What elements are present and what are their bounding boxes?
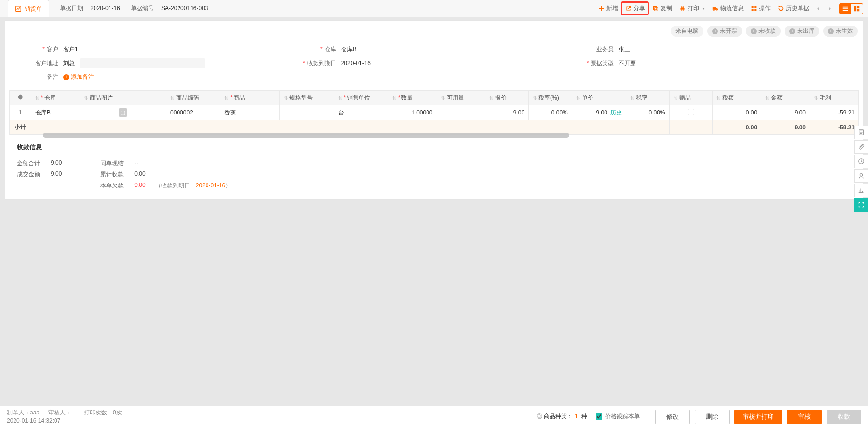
new-button[interactable]: 新增 xyxy=(595,2,621,14)
toolbar: 新增 分享 复制 打印 物流信息 操作 历史单据 xyxy=(595,2,863,14)
receive-button[interactable]: 收款 xyxy=(827,410,861,424)
payment-deal: 成交金额9.00 xyxy=(17,171,62,179)
address-redacted xyxy=(80,58,205,68)
status-unshipped[interactable]: i未出库 xyxy=(785,26,819,37)
view-list-button[interactable] xyxy=(840,4,851,14)
footer-kind-count: ◎ 商品种类：1 种 xyxy=(537,413,587,421)
table-settings-button[interactable] xyxy=(10,91,31,105)
svg-rect-5 xyxy=(681,9,684,11)
status-uninvoiced[interactable]: i未开票 xyxy=(707,26,742,37)
svg-rect-1 xyxy=(653,6,657,10)
svg-rect-10 xyxy=(754,6,756,8)
cell-gift[interactable] xyxy=(669,105,713,120)
tab-sales-order[interactable]: 销货单 xyxy=(8,0,49,17)
operate-button[interactable]: 操作 xyxy=(747,2,773,14)
svg-rect-13 xyxy=(854,6,856,11)
cell-code: 0000002 xyxy=(166,105,220,120)
print-button[interactable]: 打印 xyxy=(676,2,708,14)
row-index: 1 xyxy=(10,105,31,120)
rail-user-button[interactable] xyxy=(854,169,868,183)
delete-button[interactable]: 删除 xyxy=(695,410,730,424)
footer-actions: 修改 删除 审核并打印 审核 收款 xyxy=(655,410,861,424)
top-bar: 销货单 单据日期 2020-01-16 单据编号 SA-20200116-003… xyxy=(0,0,868,17)
table-header-row: ⇅仓库 ⇅商品图片 ⇅商品编码 ⇅商品 ⇅规格型号 ⇅销售单位 ⇅数量 ⇅可用量… xyxy=(10,91,859,105)
rail-note-button[interactable] xyxy=(854,126,868,139)
svg-rect-14 xyxy=(857,6,859,8)
grid-icon xyxy=(750,5,757,12)
subtotal-tax-amount: 0.00 xyxy=(713,120,761,135)
plus-icon xyxy=(598,5,605,12)
next-record-button[interactable] xyxy=(825,3,835,14)
col-gross[interactable]: ⇅毛利 xyxy=(810,91,859,105)
chevron-down-icon xyxy=(702,8,705,10)
form-grid: 客户客户1 仓库仓库B 业务员张三 客户地址 刘总 收款到期日2020-01-1… xyxy=(5,39,863,90)
col-amount[interactable]: ⇅金额 xyxy=(761,91,810,105)
col-tax-rate-pct[interactable]: ⇅税率(%) xyxy=(529,91,572,105)
col-gift[interactable]: ⇅赠品 xyxy=(669,91,713,105)
col-unit-price[interactable]: ⇅单价 xyxy=(572,91,626,105)
gift-checkbox[interactable] xyxy=(688,109,694,115)
items-table: ⇅仓库 ⇅商品图片 ⇅商品编码 ⇅商品 ⇅规格型号 ⇅销售单位 ⇅数量 ⇅可用量… xyxy=(9,90,859,135)
items-table-wrap: ⇅仓库 ⇅商品图片 ⇅商品编码 ⇅商品 ⇅规格型号 ⇅销售单位 ⇅数量 ⇅可用量… xyxy=(9,90,859,135)
cell-image[interactable]: ▢ xyxy=(80,105,166,120)
history-button[interactable]: 历史单据 xyxy=(774,2,812,14)
modify-button[interactable]: 修改 xyxy=(655,410,690,424)
svg-rect-11 xyxy=(751,9,753,11)
cell-available xyxy=(437,105,485,120)
payment-owed: 本单欠款 9.00 （收款到期日：2020-01-16） xyxy=(100,182,231,190)
audit-button[interactable]: 审核 xyxy=(787,410,822,424)
col-tax-rate[interactable]: ⇅税率 xyxy=(626,91,669,105)
col-product[interactable]: ⇅商品 xyxy=(220,91,280,105)
price-track-checkbox[interactable]: 价格跟踪本单 xyxy=(596,413,640,421)
payment-title: 收款信息 xyxy=(17,143,851,152)
cell-quote: 9.00 xyxy=(485,105,529,120)
cell-warehouse: 仓库B xyxy=(31,105,80,120)
col-tax-amount[interactable]: ⇅税额 xyxy=(713,91,761,105)
logistics-button[interactable]: 物流信息 xyxy=(709,2,746,14)
col-image[interactable]: ⇅商品图片 xyxy=(80,91,166,105)
view-card-button[interactable] xyxy=(851,4,863,14)
truck-icon xyxy=(712,5,718,12)
svg-rect-2 xyxy=(654,8,658,11)
status-unpaid[interactable]: i未收款 xyxy=(746,26,781,37)
table-row[interactable]: 1 仓库B ▢ 0000002 香蕉 台 1.00000 9.00 0.00% … xyxy=(10,105,859,120)
field-warehouse: 仓库仓库B xyxy=(303,45,566,54)
price-history-link[interactable]: 历史 xyxy=(610,109,622,116)
sales-order-icon xyxy=(15,5,22,12)
col-quote[interactable]: ⇅报价 xyxy=(485,91,529,105)
rail-expand-button[interactable] xyxy=(854,198,868,212)
svg-point-8 xyxy=(716,10,717,11)
rail-time-button[interactable] xyxy=(854,155,868,168)
svg-rect-4 xyxy=(681,6,684,8)
history-icon xyxy=(777,5,784,12)
cell-product: 香蕉 xyxy=(220,105,280,120)
view-switch xyxy=(839,3,863,14)
share-icon xyxy=(625,5,632,12)
horizontal-scrollbar[interactable] xyxy=(43,133,569,138)
rail-attach-button[interactable] xyxy=(854,140,868,154)
subtotal-row: 小计 0.00 9.00 -59.21 xyxy=(10,120,859,135)
cell-qty: 1.00000 xyxy=(388,105,437,120)
field-invoice-type: 票据类型不开票 xyxy=(580,58,843,68)
copy-button[interactable]: 复制 xyxy=(649,2,675,14)
field-pay-due: 收款到期日2020-01-16 xyxy=(303,58,566,68)
payment-section: 收款信息 金额合计9.00 成交金额9.00 同单现结-- 累计收款0.00 本… xyxy=(5,135,863,197)
col-qty[interactable]: ⇅数量 xyxy=(388,91,437,105)
footer-timestamp: 2020-01-16 14:32:07 xyxy=(7,417,60,425)
col-spec[interactable]: ⇅规格型号 xyxy=(280,91,334,105)
share-button[interactable]: 分享 xyxy=(622,2,648,14)
product-image-icon: ▢ xyxy=(119,108,127,117)
rail-chart-button[interactable] xyxy=(854,184,868,197)
svg-point-18 xyxy=(860,174,862,176)
col-available[interactable]: ⇅可用量 xyxy=(437,91,485,105)
prev-record-button[interactable] xyxy=(813,3,824,14)
status-ineffective[interactable]: i未生效 xyxy=(823,26,858,37)
audit-print-button[interactable]: 审核并打印 xyxy=(734,410,782,424)
footer-bar: 制单人：aaa 审核人：-- 打印次数：0次 2020-01-16 14:32:… xyxy=(0,406,868,427)
payment-same-bill: 同单现结-- xyxy=(100,159,231,168)
col-sale-unit[interactable]: ⇅销售单位 xyxy=(334,91,388,105)
col-code[interactable]: ⇅商品编码 xyxy=(166,91,220,105)
col-warehouse[interactable]: ⇅仓库 xyxy=(31,91,80,105)
add-remark-button[interactable]: +添加备注 xyxy=(63,73,94,81)
cell-sale-unit: 台 xyxy=(334,105,388,120)
